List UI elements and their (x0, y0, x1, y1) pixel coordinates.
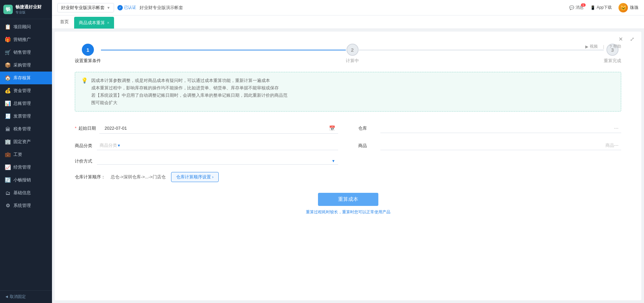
sidebar-item-label: 发票管理 (13, 113, 31, 119)
tab-recalc[interactable]: 商品成本重算 × (74, 17, 114, 29)
content-actions: ✕ ⤢ (616, 35, 636, 43)
steps-container: 1 设置重算条件 2 计算中 3 重算完成 ▶ (55, 32, 641, 72)
phone-icon: 📱 (590, 5, 595, 10)
recalc-btn[interactable]: 重算成本 (318, 193, 378, 206)
product-input[interactable] (383, 143, 605, 148)
warehouse-dots-icon[interactable]: ··· (614, 125, 619, 131)
system-icon: ⚙ (5, 203, 11, 209)
help-link[interactable]: ? 帮助 (609, 44, 621, 49)
operation-icon: 📈 (5, 164, 11, 170)
step-2-circle: 2 (346, 44, 359, 56)
app-download-label: App下载 (597, 5, 612, 10)
pricing-select[interactable]: ▼ (97, 158, 338, 165)
sidebar-item-operation[interactable]: 📈 经营管理 (0, 161, 52, 174)
purchase-icon: 📦 (5, 62, 11, 68)
sidebar-item-label: 系统管理 (13, 203, 31, 209)
content-area: ✕ ⤢ 1 设置重算条件 2 计算中 (55, 32, 641, 300)
sales-icon: 🛒 (5, 49, 11, 55)
finance-icon: 💰 (5, 88, 11, 94)
tab-close-icon[interactable]: × (107, 20, 109, 25)
topbar-right: 💬 消息 1 📱 App下载 🐱 珠珠 (569, 3, 639, 12)
sidebar-item-salary[interactable]: 💼 工资 (0, 148, 52, 161)
username-label: 珠珠 (630, 5, 639, 11)
verified-text: 已认证 (124, 5, 136, 10)
product-dots-icon[interactable]: ··· (614, 142, 619, 148)
sidebar-item-finance[interactable]: 💰 资金管理 (0, 84, 52, 97)
pricing-label: 计价方式 (75, 158, 94, 164)
close-panel-btn[interactable]: ✕ (616, 35, 625, 43)
calendar-icon[interactable]: 📅 (329, 125, 335, 131)
sidebar-item-label: 基础信息 (13, 190, 31, 196)
sidebar-item-label: 项目顾问 (13, 24, 31, 30)
accounting-icon: 📊 (5, 100, 11, 106)
warehouse-order-label: 仓库计算顺序： (75, 174, 105, 180)
form-row-3: 计价方式 ▼ (75, 158, 621, 165)
account-chevron-icon: ▼ (107, 6, 110, 10)
user-menu[interactable]: 🐱 珠珠 (619, 3, 639, 12)
sidebar-item-tax[interactable]: 🏛 税务管理 (0, 123, 52, 135)
start-date-input[interactable] (102, 124, 329, 132)
step-2-wrapper: 2 计算中 (346, 44, 359, 64)
category-arrow-icon: ▼ (117, 143, 121, 147)
close-icon: ✕ (619, 36, 623, 42)
form-row-1: * 起始日期 📅 仓库 ··· (75, 123, 621, 134)
tab-home[interactable]: 首页 (55, 15, 74, 29)
sidebar-item-marketing[interactable]: 🎁 营销推广 (0, 33, 52, 46)
main-area: 好业财专业版演示帐套 ▼ ✓ 已认证 好业财专业版演示帐套 💬 消息 1 📱 A… (52, 0, 644, 303)
step-2-label: 计算中 (346, 58, 359, 64)
app-logo-icon: 畅 (3, 5, 13, 14)
video-link[interactable]: ▶ 视频 (585, 44, 598, 49)
warehouse-input[interactable] (383, 126, 614, 131)
category-placeholder: 商品分类 (100, 142, 117, 148)
sidebar-item-label: 资金管理 (13, 88, 31, 94)
warehouse-order-btn[interactable]: 仓库计算顺序设置 › (171, 172, 219, 182)
product-label: 商品 (358, 143, 377, 149)
sidebar-item-purchase[interactable]: 📦 采购管理 (0, 59, 52, 72)
sidebar-item-sales[interactable]: 🛒 销售管理 (0, 46, 52, 59)
expand-panel-btn[interactable]: ⤢ (628, 35, 636, 43)
sidebar-item-system[interactable]: ⚙ 系统管理 (0, 199, 52, 212)
warehouse-order-row: 仓库计算顺序： 总仓->深圳仓库->...->门店仓 仓库计算顺序设置 › (75, 172, 621, 182)
step-line-1 (101, 50, 346, 50)
message-badge: 1 (581, 3, 586, 7)
sidebar-item-accounting[interactable]: 📊 总账管理 (0, 97, 52, 110)
product-input-wrapper[interactable]: 商品 ··· (380, 141, 622, 150)
sidebar-item-basic[interactable]: 🗂 基础信息 (0, 186, 52, 199)
sidebar-item-label: 总账管理 (13, 100, 31, 106)
invoice-icon: 🧾 (5, 113, 11, 119)
app-download-btn[interactable]: 📱 App下载 (590, 5, 612, 10)
info-text: 因成本计算参数调整，或是对商品成本有疑问时，可以通过成本重算功能，重新计算一遍成… (91, 77, 287, 106)
step-1-circle: 1 (82, 44, 94, 56)
sidebar-nav: 📋 项目顾问 🎁 营销推广 🛒 销售管理 📦 采购管理 🏠 库存核算 💰 资金管… (0, 19, 52, 290)
account-selector[interactable]: 好业财专业版演示帐套 ▼ (57, 3, 114, 12)
sidebar-item-assets[interactable]: 🏢 固定资产 (0, 135, 52, 148)
app-name: 畅捷通好业财 (15, 4, 42, 10)
category-field: 商品分类 商品分类 ▼ (75, 141, 338, 150)
sidebar-header: 畅 畅捷通好业财 专业版 (0, 0, 52, 19)
message-icon: 💬 (569, 5, 574, 10)
sidebar-item-label: 营销推广 (13, 37, 31, 43)
sidebar-item-invoice[interactable]: 🧾 发票管理 (0, 110, 52, 123)
category-select[interactable]: 商品分类 ▼ (97, 141, 338, 150)
product-field: 商品 商品 ··· (358, 141, 622, 150)
start-date-input-wrapper[interactable]: 📅 (99, 123, 338, 134)
step-3-label: 重算完成 (604, 58, 621, 64)
sidebar-item-label: 固定资产 (13, 139, 31, 145)
warehouse-input-wrapper[interactable]: ··· (380, 124, 622, 133)
recalc-tip: 重算过程耗时较长，重算时您可以正常使用产品 (306, 209, 390, 215)
warehouse-order-value: 总仓->深圳仓库->...->门店仓 (111, 174, 166, 180)
recalc-section: 重算成本 重算过程耗时较长，重算时您可以正常使用产品 (75, 193, 621, 215)
sidebar-item-inventory[interactable]: 🏠 库存核算 (0, 72, 52, 84)
user-avatar: 🐱 (619, 3, 628, 12)
company-name: 好业财专业版演示帐套 (140, 5, 183, 11)
help-label: 帮助 (613, 44, 621, 49)
sidebar-item-expense[interactable]: 🔄 小畅报销 (0, 174, 52, 186)
message-btn[interactable]: 💬 消息 1 (569, 5, 584, 10)
sidebar-item-project[interactable]: 📋 项目顾问 (0, 20, 52, 33)
video-icon: ▶ (585, 44, 588, 49)
sidebar-item-label: 采购管理 (13, 62, 31, 68)
salary-icon: 💼 (5, 152, 11, 158)
warehouse-label: 仓库 (358, 125, 377, 131)
sidebar-unpin[interactable]: ◄ 取消固定 (0, 290, 52, 303)
sidebar-item-label: 工资 (13, 152, 22, 158)
